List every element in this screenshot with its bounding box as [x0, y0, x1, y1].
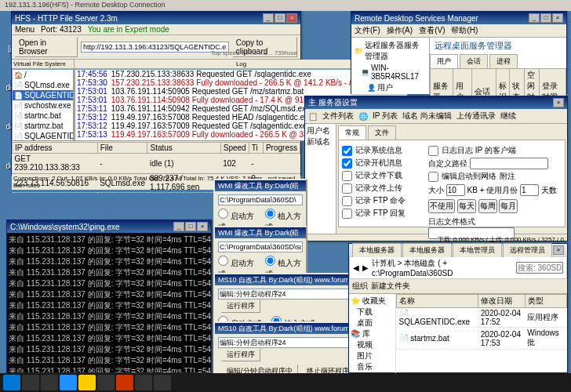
size-input[interactable] [446, 184, 465, 196]
search-input[interactable] [516, 262, 563, 274]
col-progress[interactable]: Progress [263, 143, 300, 154]
run-button[interactable]: 运行程序 [221, 348, 260, 361]
tab-users[interactable]: 用户 [430, 54, 458, 68]
check-download[interactable] [342, 171, 352, 181]
port-label[interactable]: Port: 43123 [41, 25, 82, 34]
nav-item[interactable]: 下载 [351, 307, 394, 318]
nav-item[interactable]: ⭐ 收藏夹 [351, 296, 394, 307]
col-type[interactable]: 类型 [525, 295, 566, 308]
custom-path-input[interactable] [470, 158, 548, 169]
task-item[interactable] [41, 375, 58, 390]
menu-file[interactable]: 文件(F) [355, 25, 380, 36]
open-browser-button[interactable]: Open in Browser [15, 37, 78, 57]
col-speed[interactable]: Speed [220, 143, 249, 154]
tab-admin1[interactable]: 本地管理员 [453, 243, 502, 257]
check-upload[interactable] [342, 183, 352, 194]
nav-item[interactable]: 视频 [351, 339, 394, 350]
hfs-titlebar[interactable]: HFS - HTTP File Server 2.3m _ □ × [12, 12, 300, 24]
maximize-icon[interactable]: □ [185, 222, 196, 231]
check-netboot[interactable] [428, 172, 438, 182]
task-item[interactable] [22, 375, 39, 390]
check-boot[interactable] [342, 158, 352, 169]
path-input[interactable] [218, 241, 303, 252]
vfs-item[interactable]: 🏠 / [13, 70, 73, 80]
vfs-item[interactable]: 📄 startmz.bat [13, 121, 73, 131]
col-date[interactable]: 修改日期 [478, 295, 525, 308]
col-name[interactable]: 名称 [397, 295, 478, 308]
close-icon[interactable]: × [286, 13, 297, 23]
forward-icon[interactable]: ▶ [362, 263, 369, 272]
nav-item[interactable]: 📚 库 [351, 328, 394, 339]
file-row[interactable]: 📄 startmz.bat2020-02-04 17:53Windows 批 [397, 328, 567, 350]
maximize-icon[interactable]: □ [275, 13, 286, 23]
nav-item[interactable]: 图片 [351, 350, 394, 361]
table-row[interactable]: GET 239.210.133.38:33-idle (1)102- [13, 154, 300, 173]
btn-week[interactable]: 每周 [478, 199, 497, 213]
tree-root[interactable]: 📁 远程服务器服务管理器 [353, 39, 427, 63]
tb-continue[interactable]: 继续 [500, 111, 516, 122]
close-icon[interactable]: × [552, 13, 563, 23]
vfs-item-selected[interactable]: 📄 SQLAGENTIDC.exe [13, 90, 73, 100]
start-button[interactable] [3, 375, 20, 390]
minimize-icon[interactable]: _ [173, 222, 184, 231]
vfs-item[interactable]: 📄 SQLAGENTIDC.exe [13, 131, 73, 141]
menu-item[interactable]: Menu [15, 25, 35, 34]
nav-item[interactable]: 音乐 [351, 361, 394, 372]
check-sysinfo[interactable] [342, 146, 352, 156]
run-button[interactable]: 运行程序 [221, 299, 260, 313]
dialog-title[interactable]: WMI 爆改工具 By:Dark(暗组) [215, 180, 306, 191]
col-file[interactable]: File [97, 143, 147, 154]
menu-action[interactable]: 操作(A) [387, 25, 413, 36]
task-item[interactable] [78, 375, 96, 390]
minimize-icon[interactable]: _ [529, 13, 540, 23]
col-status[interactable]: Status [147, 143, 220, 154]
side-item[interactable]: 用户名 [307, 125, 334, 136]
tb-domain[interactable]: 域名 尚未编辑 [402, 111, 452, 122]
tab-local2[interactable]: 本地服务器 [402, 243, 452, 257]
task-item[interactable] [116, 375, 133, 390]
tab-sessions[interactable]: 会话 [460, 54, 488, 68]
hfs-menubar[interactable]: Menu Port: 43123 You are in Expert mode [12, 24, 300, 35]
address-bar[interactable]: 计算机 > 本地磁盘 ( + c:\ProgramData\360SD [372, 258, 513, 278]
check-ipclient[interactable] [428, 146, 438, 156]
tb-iplist[interactable]: IP 列表 [373, 111, 398, 122]
tb-upload[interactable]: 上传通讯录 [456, 111, 496, 122]
tab-processes[interactable]: 进程 [489, 54, 518, 68]
check-ftpcmd[interactable] [342, 196, 352, 206]
task-item[interactable] [154, 375, 171, 390]
tab-general[interactable]: 常规 [338, 125, 366, 140]
btn-month[interactable]: 每月 [499, 199, 518, 213]
col-ip[interactable]: IP address [13, 143, 98, 154]
vfs-item[interactable]: 📄 SQLmsd.exe [13, 80, 73, 90]
vfs-item[interactable]: 📄 svchostw.exe [13, 100, 73, 111]
tab-local1[interactable]: 本地服务器 [352, 243, 402, 257]
path-input[interactable] [218, 194, 303, 205]
tb-filelist[interactable]: 文件列表 [322, 111, 354, 122]
terminal-body[interactable]: 来自 115.231.128.137 的回复: 字节=32 时间=4ms TTL… [7, 233, 211, 372]
url-input[interactable] [81, 42, 229, 53]
close-icon[interactable]: × [197, 222, 208, 231]
close-icon[interactable]: × [553, 98, 564, 107]
vfs-item[interactable]: 📄 startnc.bat [13, 111, 73, 121]
task-item[interactable] [135, 375, 152, 390]
back-icon[interactable]: ◀ [353, 263, 359, 272]
tree-server[interactable]: 💻 WIN-3B5R4RSL17 [353, 63, 427, 82]
task-item[interactable] [60, 375, 77, 390]
dialog-title[interactable]: WMI 爆改工具 By:Dark(暗组) [215, 227, 306, 238]
taskbar[interactable] [0, 373, 571, 392]
side-item[interactable]: 新域名 [307, 136, 334, 147]
menu-view[interactable]: 查看(V) [419, 25, 445, 36]
menu-help[interactable]: 帮助(H) [451, 25, 478, 36]
tab-admin2[interactable]: 远程管理员 [503, 243, 552, 257]
file-row[interactable]: 📄 SQLAGENTIDC.exe2020-02-04 17:52应用程序 [397, 308, 567, 328]
tree-users[interactable]: 👤 用户 [353, 82, 427, 94]
month-input[interactable] [520, 184, 539, 196]
close-icon[interactable]: × [553, 245, 564, 255]
host-editor-titlebar[interactable]: 主 服务器设置 × [305, 96, 567, 109]
nav-item[interactable]: 桌面 [351, 318, 394, 328]
maximize-icon[interactable]: □ [540, 13, 551, 23]
minimize-icon[interactable]: _ [263, 13, 274, 23]
organize-button[interactable]: 组织 [352, 281, 368, 292]
check-ftpreply[interactable] [342, 209, 352, 219]
btn-none[interactable]: 不使用 [428, 199, 455, 213]
